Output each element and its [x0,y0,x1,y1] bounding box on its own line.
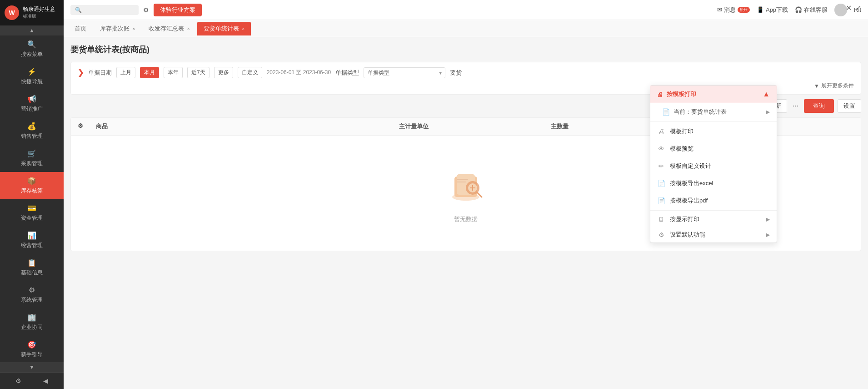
dropdown-template-export-excel[interactable]: 📄 按模板导出excel [650,175,777,192]
sales-icon: 💰 [27,122,36,131]
date-range-display: 2023-06-01 至 2023-06-30 [267,69,331,76]
online-service-btn[interactable]: 🎧 在线客服 [795,6,828,14]
date-last7days-btn[interactable]: 近7天 [187,67,210,78]
page-content: 要货单统计表(按商品) ❯ 单据日期 上月 本月 本年 近7天 更多 自定义 2… [64,37,868,389]
template-custom-icon: ✏ [657,162,665,170]
expand-more-icon: ▼ [814,83,819,89]
topbar: 🔍 ⚙ 体验行业方案 ✉ 消息 99+ 📱 App下载 🎧 在线客服 Rit [64,0,868,20]
export-excel-icon: 📄 [657,180,665,187]
topbar-search-icon: 🔍 [75,7,82,13]
tab-home[interactable]: 首页 [68,22,93,35]
dropdown-default-function[interactable]: ⚙ 设置默认功能 ▶ [650,227,777,242]
filter-row-1: ❯ 单据日期 上月 本月 本年 近7天 更多 自定义 2023-06-01 至 … [78,67,854,78]
tab-batch-account[interactable]: 库存批次账 × [94,22,141,35]
message-badge: 99+ [738,7,750,13]
topbar-gear-icon[interactable]: ⚙ [143,6,149,14]
bottom-collapse-btn[interactable]: ◀ [43,377,48,384]
col-settings[interactable]: ⚙ [78,122,96,131]
sidebar-item-enterprise[interactable]: 🏢 企业协同 [0,308,64,336]
date-more-btn[interactable]: 更多 [214,67,233,78]
export-pdf-icon: 📄 [657,197,665,204]
col-product: 商品 [96,122,399,131]
page-title: 要货单统计表(按商品) [70,44,861,55]
app-download-btn[interactable]: 📱 App下载 [757,6,788,14]
basic-info-icon: 📋 [27,258,36,267]
print-header-icon: 🖨 [657,91,663,98]
tab-batch-account-close[interactable]: × [132,26,135,31]
sidebar-item-purchase[interactable]: 🛒 采购管理 [0,145,64,172]
print-dropdown-menu: 🖨 按模板打印 ▲ 📄 当前：要货单统计表 ▶ 🖨 模板打印 [650,85,777,243]
user-avatar[interactable] [834,4,847,16]
default-function-chevron: ▶ [766,232,770,238]
col-unit: 主计量单位 [399,122,551,131]
filter-expand-btn[interactable]: ❯ [78,68,84,77]
settings-btn[interactable]: 设置 [838,99,861,113]
date-current-month-btn[interactable]: 本月 [140,67,159,78]
sidebar-item-system[interactable]: ⚙ 系统管理 [0,281,64,308]
date-filter-label: 单据日期 [88,69,112,77]
sidebar-item-operations[interactable]: 📊 经营管理 [0,227,64,254]
dropdown-template-print[interactable]: 🖨 模板打印 [650,123,777,140]
window-maximize-btn[interactable]: ⤢ [855,4,861,12]
dropdown-close-btn[interactable]: ▲ [763,90,770,98]
display-print-icon: 🖥 [657,216,665,223]
app-logo: W 畅康通好生意 标准版 [0,0,64,25]
current-template-icon: 📄 [662,108,670,116]
scroll-down-btn[interactable]: ▼ [0,362,64,372]
sidebar-nav: 🔍 搜索菜单 ⚡ 快捷导航 📢 营销推广 💰 销售管理 🛒 采购管理 📦 库存核… [0,35,64,362]
dropdown-current-template[interactable]: 📄 当前：要货单统计表 ▶ [650,103,777,121]
topbar-search[interactable]: 🔍 [70,5,139,15]
order-type-select[interactable]: 单据类型 [364,67,445,78]
current-template-chevron: ▶ [766,109,770,115]
dropdown-title: 🖨 按模板打印 [657,90,696,98]
date-current-year-btn[interactable]: 本年 [164,67,183,78]
scroll-up-btn[interactable]: ▲ [0,25,64,35]
display-print-chevron: ▶ [766,216,770,222]
empty-icon [443,163,489,208]
system-icon: ⚙ [29,286,35,294]
dropdown-template-preview[interactable]: 👁 模板预览 [650,140,777,157]
guide-icon: 🎯 [27,340,36,349]
tab-order-summary-close[interactable]: × [242,26,244,31]
order-goods-label: 要货 [450,69,462,77]
dropdown-template-export-pdf[interactable]: 📄 按模板导出pdf [650,192,777,209]
sidebar-item-marketing[interactable]: 📢 营销推广 [0,90,64,117]
app-name: 畅康通好生意 [23,6,55,13]
order-type-select-wrapper: 单据类型 ▼ [364,67,445,78]
tabs-bar: 首页 库存批次账 × 收发存汇总表 × 要货单统计表 × ✕ ⤢ [64,20,868,37]
dropdown-header[interactable]: 🖨 按模板打印 ▲ [650,86,777,103]
message-icon: ✉ [717,6,722,13]
trial-btn[interactable]: 体验行业方案 [154,4,202,16]
sidebar-item-sales[interactable]: 💰 销售管理 [0,117,64,145]
sidebar-item-search[interactable]: 🔍 搜索菜单 [0,35,64,63]
sidebar: W 畅康通好生意 标准版 ▲ 🔍 搜索菜单 ⚡ 快捷导航 📢 营销推广 💰 销售… [0,0,64,389]
sidebar-item-quick-nav[interactable]: ⚡ 快捷导航 [0,63,64,90]
sidebar-item-inventory[interactable]: 📦 库存核算 [0,172,64,199]
template-print-icon: 🖨 [657,128,665,135]
finance-icon: 💳 [27,204,36,212]
tab-collection-summary[interactable]: 收发存汇总表 × [142,22,196,35]
bottom-settings-btn[interactable]: ⚙ [15,377,21,384]
more-btn[interactable]: ··· [791,100,800,112]
date-prev-month-btn[interactable]: 上月 [116,67,135,78]
message-btn[interactable]: ✉ 消息 99+ [717,6,750,14]
sidebar-item-finance[interactable]: 💳 资金管理 [0,199,64,227]
sidebar-item-guide[interactable]: 🎯 新手引导 [0,336,64,362]
tab-order-summary[interactable]: 要货单统计表 × [197,22,251,35]
tab-collection-summary-close[interactable]: × [187,26,190,31]
search-icon: 🔍 [27,40,36,49]
topbar-right: ✉ 消息 99+ 📱 App下载 🎧 在线客服 Rit [717,4,861,16]
expand-more-conditions-btn[interactable]: ▼ 展开更多条件 [814,82,854,90]
window-close-btn[interactable]: ✕ [846,4,852,12]
app-download-icon: 📱 [757,6,764,13]
sidebar-item-basic-info[interactable]: 📋 基础信息 [0,254,64,281]
enterprise-icon: 🏢 [27,313,36,322]
dropdown-template-custom[interactable]: ✏ 模板自定义设计 [650,157,777,175]
query-btn[interactable]: 查询 [804,99,834,113]
empty-text: 暂无数据 [454,215,478,223]
dropdown-display-print[interactable]: 🖥 按显示打印 ▶ [650,212,777,227]
dropdown-divider-2 [650,210,777,211]
date-custom-btn[interactable]: 自定义 [238,67,262,78]
template-preview-icon: 👁 [657,145,665,152]
quick-nav-icon: ⚡ [27,67,36,76]
